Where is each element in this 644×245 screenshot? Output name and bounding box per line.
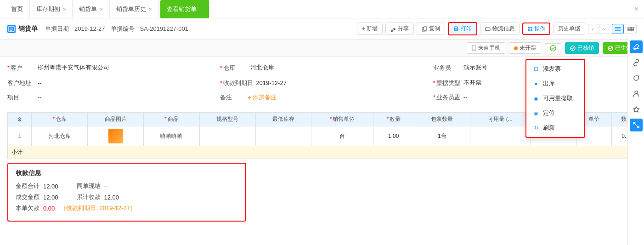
arrears-field: 本单欠款 0.00 （收款到期日: 2019-12-27） [16, 204, 136, 212]
arrears-label: 本单欠款 [16, 204, 40, 212]
sidebar-link-icon[interactable] [630, 56, 643, 69]
svg-rect-19 [631, 27, 633, 29]
tab-view-sales-close[interactable]: × [199, 6, 202, 12]
outbound-icon: ● [533, 80, 539, 87]
sidebar-star-icon[interactable] [630, 103, 643, 116]
doc-header: 销货单 单据日期 2019-12-27 单据编号 SA-20191227-001… [0, 18, 644, 40]
tab-sales-order-close[interactable]: × [100, 6, 102, 12]
row-spec [199, 126, 255, 146]
sidebar-user-icon[interactable] [630, 87, 643, 100]
total-amount-field: 金额合计 12.00 [16, 182, 58, 190]
add-invoice-icon: ☐ [533, 66, 539, 72]
logistics-button[interactable]: 物流信息 [480, 23, 520, 35]
svg-point-28 [635, 91, 638, 94]
menu-locate[interactable]: ◉ 定位 [526, 106, 584, 120]
new-button[interactable]: + 新增 [357, 23, 383, 35]
svg-point-23 [474, 49, 475, 50]
menu-outbound[interactable]: ● 出库 [526, 76, 584, 91]
customer-label: 客户 [7, 64, 35, 72]
payment-date-value[interactable]: 2019-12-27 [253, 79, 289, 88]
salesperson2-label: 业务员孟 [433, 93, 461, 102]
global-close-icon[interactable]: × [634, 5, 638, 13]
tab-view-sales[interactable]: 查看销货单 × [160, 0, 209, 18]
arrears-suffix: （收款到期日: 2019-12-27） [60, 204, 136, 212]
col-available: 可用量 (... [470, 113, 531, 126]
svg-rect-14 [531, 29, 532, 31]
next-arrow[interactable]: › [599, 24, 609, 34]
col-pack-qty: 包装数量 [414, 113, 470, 126]
svg-rect-13 [528, 29, 530, 31]
tab-sales-history[interactable]: 销货单历史 × [110, 0, 158, 18]
menu-available-qty[interactable]: ◉ 可用量提取 [526, 91, 584, 106]
col-sales-unit: 销售单位 [311, 113, 373, 126]
view-toggle [612, 24, 637, 34]
from-mobile-btn[interactable]: 来自手机 [467, 42, 505, 54]
warehouse-field: 仓库 河北仓库 [220, 63, 424, 73]
row-sales-unit: 台 [311, 126, 373, 146]
svg-point-10 [489, 30, 490, 31]
sidebar-expand-icon[interactable] [630, 119, 643, 131]
notes-field: 备注 添加备注 [220, 93, 424, 102]
project-label: 项目 [7, 93, 35, 102]
verified-icon-btn[interactable] [545, 43, 561, 53]
nav-arrows: ‹ › [588, 24, 609, 34]
transaction-amount-field: 成交金额 12.00 [16, 193, 58, 201]
col-gear: ⚙ [8, 113, 32, 126]
voided-btn[interactable]: 已核销 [565, 42, 599, 54]
notes-label: 备注 [220, 93, 248, 102]
svg-rect-21 [631, 29, 633, 31]
salesperson-label: 业务员 [433, 64, 461, 72]
cumulative-payment-label: 累计收款 [77, 193, 101, 201]
cumulative-payment-field: 累计收款 12.00 [77, 193, 119, 201]
row-qty: 1.00 [373, 126, 414, 146]
tab-home[interactable]: 首页 [5, 0, 30, 18]
not-open-btn[interactable]: 未开票 [509, 42, 541, 54]
sidebar-refresh-icon[interactable] [630, 72, 643, 85]
list-view-btn[interactable] [612, 24, 624, 34]
operations-button[interactable]: 操作 [522, 23, 550, 35]
print-button[interactable]: 打印 [448, 22, 477, 35]
tab-sales-order[interactable]: 销货单 × [73, 0, 109, 18]
prev-arrow[interactable]: ‹ [588, 24, 598, 34]
add-note-btn[interactable]: 添加备注 [248, 93, 277, 102]
col-min-stock: 最低库存 [255, 113, 311, 126]
row-pack-qty: 1台 [414, 126, 470, 146]
tab-sales-history-close[interactable]: × [149, 6, 152, 12]
menu-refresh[interactable]: ↻ 刷新 [526, 120, 584, 135]
locate-icon: ◉ [533, 110, 539, 116]
col-spec: 规格型号 [199, 113, 255, 126]
sidebar-edit-icon[interactable] [630, 40, 643, 53]
project-value: -- [35, 93, 45, 102]
tab-inventory-init[interactable]: 库存期初 × [30, 0, 73, 18]
number-label: 单据编号 [111, 25, 135, 33]
doc-header-left: 销货单 单据日期 2019-12-27 单据编号 SA-20191227-001 [7, 25, 188, 33]
payment-info-box: 收款信息 金额合计 12.00 同单现结 -- 成交金额 12.00 累计收款 [7, 163, 246, 222]
svg-rect-5 [424, 27, 427, 30]
col-product-img: 商品图片 [88, 113, 144, 126]
warehouse-label: 仓库 [220, 64, 248, 72]
row-min-stock [255, 126, 311, 146]
customer-value[interactable]: 柳州粤港平安气体有限公司 [35, 63, 112, 73]
col-product: 商品 [144, 113, 200, 126]
share-button[interactable]: 分享 [385, 23, 414, 35]
arrears-value: 0.00 [43, 205, 55, 212]
tab-inventory-init-close[interactable]: × [63, 6, 66, 12]
warehouse-value[interactable]: 河北仓库 [248, 63, 277, 73]
customer-field: 客户 柳州粤港平安气体有限公司 [7, 63, 211, 73]
col-qty: 数量 [373, 113, 414, 126]
main-content: 销货单 单据日期 2019-12-27 单据编号 SA-20191227-001… [0, 18, 644, 245]
grid-view-btn[interactable] [625, 24, 637, 34]
same-order-value: -- [104, 183, 108, 190]
available-qty-icon: ◉ [533, 95, 539, 102]
tab-bar: 首页 库存期初 × 销货单 × 销货单历史 × 查看销货单 × × [0, 0, 644, 18]
subtotal-row: 小计 [8, 146, 637, 159]
copy-button[interactable]: 复制 [417, 23, 445, 35]
history-button[interactable]: 历史单据 [553, 23, 585, 35]
subtotal-label: 小计 [8, 146, 637, 159]
product-image [108, 129, 123, 143]
menu-add-invoice[interactable]: ☐ 添发票 [526, 62, 584, 76]
doc-title: 销货单 [7, 25, 38, 33]
invoice-type-value: 不开票 [461, 78, 484, 88]
payment-row-3: 本单欠款 0.00 （收款到期日: 2019-12-27） [16, 204, 238, 212]
address-field: 客户地址 -- [7, 79, 211, 88]
